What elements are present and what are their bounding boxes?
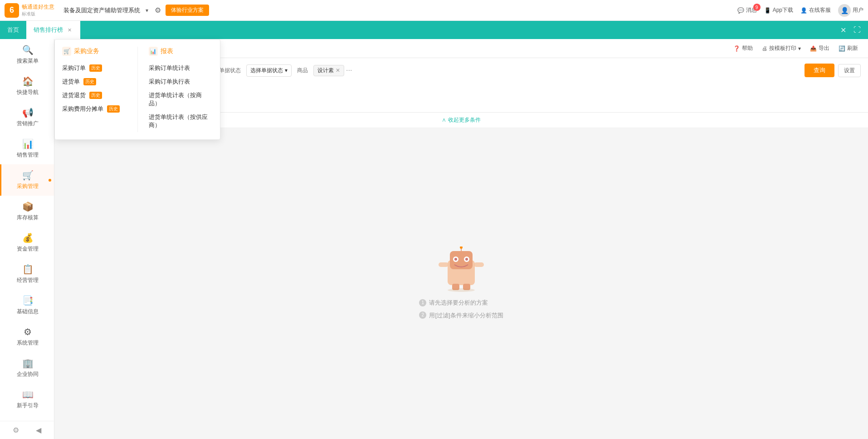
- history-badge-4: 历史: [107, 105, 120, 113]
- voucher-status-select[interactable]: 选择单据状态 ▾: [246, 64, 292, 77]
- sidebar-label-sales: 销售管理: [17, 151, 39, 159]
- app-download-btn[interactable]: 📱 App下载: [764, 6, 793, 14]
- sidebar-collapse-btn[interactable]: ◀: [36, 426, 41, 434]
- history-badge-3: 历史: [89, 92, 102, 99]
- collapse-label: 收起更多条件: [448, 117, 481, 123]
- print-icon: 🖨: [762, 45, 767, 52]
- sidebar-label-quick-nav: 快捷导航: [17, 89, 39, 96]
- help-btn[interactable]: ❓ 帮助: [731, 43, 756, 54]
- empty-state: 1 请先选择要分析的方案 2 用[过滤]条件来缩小分析范围: [54, 128, 868, 439]
- dropdown-col2-title: 📊 报表: [149, 47, 213, 56]
- goods-more-btn[interactable]: ···: [346, 66, 352, 74]
- logo-icon: 6: [5, 3, 19, 18]
- dropdown-menu: 🛒 采购业务 采购订单 历史 进货单 历史 进货退货 历史 采购费用分摊单 历史…: [54, 39, 220, 140]
- sidebar-item-purchase[interactable]: 🛒 采购管理: [0, 164, 54, 196]
- sidebar-item-guide[interactable]: 📖 新手引导: [0, 384, 54, 415]
- goods-tag-close[interactable]: ✕: [336, 67, 340, 74]
- tab-sales-rank-label: 销售排行榜: [34, 26, 63, 34]
- search-icon: 🔍: [22, 44, 33, 55]
- query-btn[interactable]: 查询: [805, 64, 834, 77]
- tab-expand-btn[interactable]: ⛶: [852, 25, 863, 35]
- dropdown-col-purchase: 🛒 采购业务 采购订单 历史 进货单 历史 进货退货 历史 采购费用分摊单 历史: [62, 47, 127, 132]
- print-btn[interactable]: 🖨 按模板打印 ▾: [759, 43, 804, 54]
- enterprise-icon: 🏢: [22, 358, 33, 369]
- tab-close-btn[interactable]: ✕: [839, 25, 848, 35]
- sidebar-item-basic[interactable]: 📑 基础信息: [0, 290, 54, 321]
- sidebar: 🔍 搜索菜单 🏠 快捷导航 📢 营销推广 📊 销售管理 🛒 采购管理 📦 库存核…: [0, 39, 54, 439]
- sidebar-item-quick-nav[interactable]: 🏠 快捷导航: [0, 70, 54, 102]
- empty-robot-svg: [434, 247, 488, 292]
- sidebar-label-guide: 新手引导: [17, 402, 39, 409]
- sidebar-label-enterprise: 企业协同: [17, 370, 39, 378]
- sidebar-item-search[interactable]: 🔍 搜索菜单: [0, 39, 54, 70]
- dropdown-item-purchase-expense[interactable]: 采购费用分摊单 历史: [62, 102, 127, 116]
- export-icon: 📤: [810, 45, 817, 52]
- filter-settings-btn[interactable]: 设置: [838, 64, 861, 77]
- user-avatar: 👤: [838, 4, 851, 17]
- dropdown-item-goods-receipt[interactable]: 进货单 历史: [62, 75, 127, 89]
- industry-btn[interactable]: 体验行业方案: [166, 5, 209, 16]
- message-badge: 9: [753, 4, 761, 11]
- user-btn[interactable]: 👤 用户: [838, 4, 863, 17]
- dropdown-item-purchase-stat[interactable]: 采购订单统计表: [149, 61, 213, 75]
- report-title-icon: 📊: [149, 47, 158, 56]
- tab-sales-rank-close[interactable]: ✕: [66, 26, 73, 34]
- sidebar-label-inventory: 库存核算: [17, 214, 39, 222]
- tab-home[interactable]: 首页: [0, 21, 26, 39]
- system-title: 装备及固定资产辅助管理系统: [63, 6, 140, 15]
- sidebar-settings-btn[interactable]: ⚙: [13, 426, 19, 434]
- dropdown-item-goods-return[interactable]: 进货退货 历史: [62, 89, 127, 102]
- collapse-icon: ∧: [442, 117, 446, 123]
- phone-icon: 📱: [764, 7, 771, 14]
- goods-filter: 设计素 ✕ ···: [313, 65, 352, 76]
- empty-illustration: [434, 247, 488, 292]
- header-right: 💬 9 消息 📱 App下载 👤 在线客服 👤 用户: [737, 4, 863, 17]
- empty-line1: 请先选择要分析的方案: [429, 297, 488, 308]
- tab-bar: 首页 销售排行榜 ✕ ✕ ⛶: [0, 21, 868, 39]
- help-icon: ❓: [733, 45, 740, 52]
- refresh-btn[interactable]: 🔄 刷新: [836, 43, 861, 54]
- logo-text: 畅通道好生意 标准版: [22, 3, 54, 17]
- app-label: App下载: [773, 6, 793, 14]
- purchase-title-icon: 🛒: [62, 47, 71, 56]
- finance-icon: 💰: [22, 232, 33, 243]
- system-icon: ⚙: [22, 326, 33, 337]
- system-dropdown-btn[interactable]: ▾: [144, 6, 150, 15]
- sidebar-bottom: ⚙ ◀: [0, 421, 54, 439]
- export-btn[interactable]: 📤 导出: [807, 43, 832, 54]
- dropdown-item-purchase-order[interactable]: 采购订单 历史: [62, 61, 127, 75]
- user-label: 用户: [853, 6, 863, 14]
- inventory-icon: 📦: [22, 201, 33, 212]
- dropdown-item-goods-stat-by-product[interactable]: 进货单统计表（按商品）: [149, 89, 213, 110]
- empty-text: 1 请先选择要分析的方案 2 用[过滤]条件来缩小分析范围: [419, 297, 503, 321]
- guide-icon: 📖: [22, 389, 33, 400]
- sidebar-label-marketing: 营销推广: [17, 120, 39, 128]
- export-label: 导出: [819, 44, 829, 52]
- sales-icon: 📊: [22, 138, 33, 149]
- sidebar-item-enterprise[interactable]: 🏢 企业协同: [0, 352, 54, 384]
- sidebar-item-operation[interactable]: 📋 经营管理: [0, 258, 54, 290]
- marketing-icon: 📢: [22, 107, 33, 118]
- sidebar-item-sales[interactable]: 📊 销售管理: [0, 133, 54, 164]
- sidebar-label-search: 搜索菜单: [17, 57, 39, 65]
- sidebar-item-finance[interactable]: 💰 资金管理: [0, 227, 54, 258]
- settings-icon-btn[interactable]: ⚙: [154, 5, 162, 15]
- sidebar-item-system[interactable]: ⚙ 系统管理: [0, 321, 54, 352]
- tab-sales-rank[interactable]: 销售排行榜 ✕: [26, 21, 80, 39]
- sidebar-item-marketing[interactable]: 📢 营销推广: [0, 102, 54, 133]
- service-label: 在线客服: [809, 6, 831, 14]
- online-service-btn[interactable]: 👤 在线客服: [800, 6, 831, 14]
- goods-tag: 设计素 ✕: [313, 65, 344, 76]
- tab-home-label: 首页: [7, 26, 19, 34]
- refresh-icon: 🔄: [839, 45, 845, 52]
- sidebar-item-inventory[interactable]: 📦 库存核算: [0, 196, 54, 227]
- service-icon: 👤: [800, 7, 807, 14]
- message-btn[interactable]: 💬 9 消息: [737, 6, 757, 14]
- svg-point-7: [460, 247, 463, 249]
- history-badge-1: 历史: [89, 64, 102, 72]
- active-dot: [49, 179, 51, 182]
- dropdown-col1-title: 🛒 采购业务: [62, 47, 127, 56]
- dropdown-item-goods-stat-by-supplier[interactable]: 进货单统计表（按供应商）: [149, 110, 213, 132]
- dropdown-item-purchase-exec[interactable]: 采购订单执行表: [149, 75, 213, 89]
- basic-icon: 📑: [22, 295, 33, 306]
